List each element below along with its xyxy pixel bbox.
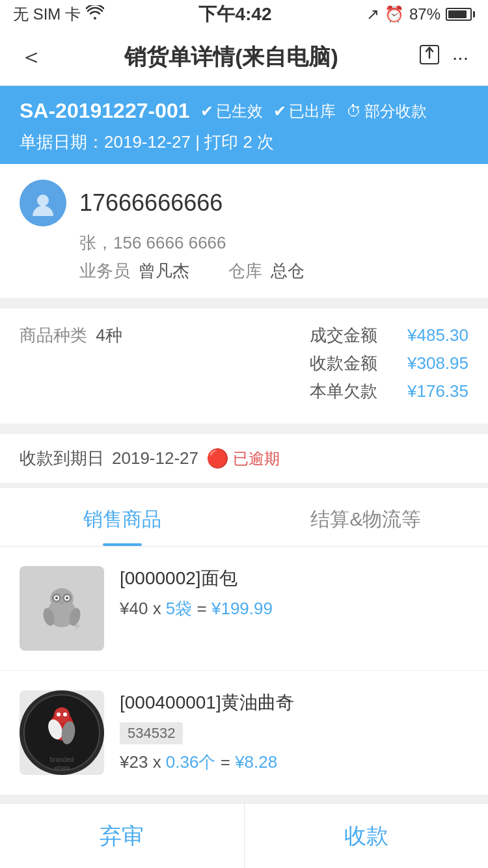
more-button[interactable]: ··· [452,46,468,68]
check-icon-2: ✔ [273,102,286,120]
check-icon-1: ✔ [200,102,213,120]
overdue-badge: 🔴 已逾期 [206,448,280,469]
customer-section: 17666666666 张，156 6666 6666 业务员 曾凡杰 仓库 总… [0,164,488,298]
product-tag-2: 534532 [120,722,183,744]
battery-indicator [446,8,475,21]
product-price-1: ¥40 x 5袋 = ¥199.99 [120,597,468,620]
order-date: 单据日期：2019-12-27 | 打印 2 次 [20,131,468,154]
debt-label: 本单欠款 [310,380,377,403]
sales-person: 业务员 曾凡杰 [79,260,189,282]
deal-amount-value: ¥485.30 [390,325,468,346]
order-header: SA-20191227-001 ✔ 已生效 ✔ 已出库 ⏱ 部分收款 单据日期：… [0,86,488,164]
clock-icon: ⏱ [346,102,362,120]
tabs-section: 销售商品 结算&物流等 [0,488,488,547]
overdue-icon: 🔴 [206,448,229,469]
status-badge-shipped: ✔ 已出库 [273,101,336,122]
nav-actions: ··· [420,45,468,69]
svg-text:branded: branded [50,756,74,763]
product-price-2: ¥23 x 0.36个 = ¥8.28 [120,751,468,774]
payment-label: 收款金额 [310,352,377,375]
product-name-2: [000400001]黄油曲奇 [120,690,468,715]
due-date-label: 收款到期日 [20,447,104,470]
product-list: + [0000002]面包 ¥40 x 5袋 = ¥199.99 [0,547,488,795]
wifi-icon [86,5,104,23]
svg-point-2 [37,195,49,206]
cancel-button[interactable]: 弃审 [0,804,245,868]
due-date-value: 2019-12-27 [112,448,198,468]
svg-point-22 [63,712,67,716]
customer-name: 张，156 6666 6666 [79,232,468,254]
debt-value: ¥176.35 [390,381,468,401]
status-badge-effective: ✔ 已生效 [200,101,263,122]
battery-label: 87% [409,5,441,23]
carrier-label: 无 SIM 卡 [13,4,81,25]
product-name-1: [0000002]面包 [120,566,468,591]
svg-text:whata: whata [53,765,70,771]
svg-point-9 [55,597,58,599]
status-bar: 无 SIM 卡 下午4:42 ↗ ⏰ 87% [0,0,488,29]
alarm-icon: ⏰ [385,5,404,23]
product-item-2: branded whata [000400001]黄油曲奇 534532 ¥23… [0,671,488,795]
product-thumb-1: + [20,566,104,651]
product-types: 商品种类 4种 [20,324,122,347]
deal-amount-label: 成交金额 [310,324,377,347]
svg-text:+: + [74,619,81,631]
svg-point-10 [66,597,68,599]
status-badge-partial: ⏱ 部分收款 [346,101,427,122]
product-info-2: [000400001]黄油曲奇 534532 ¥23 x 0.36个 = ¥8.… [120,690,468,774]
nav-bar: ＜ 销货单详情(来自电脑) ··· [0,29,488,86]
due-date-section: 收款到期日 2019-12-27 🔴 已逾期 [0,434,488,488]
back-button[interactable]: ＜ [20,41,43,73]
warehouse: 仓库 总仓 [228,260,305,282]
tab-sales-products[interactable]: 销售商品 [0,488,244,546]
bottom-bar: 弃审 收款 [0,803,488,868]
product-info-1: [0000002]面包 ¥40 x 5袋 = ¥199.99 [120,566,468,620]
avatar [20,180,66,226]
status-right: ↗ ⏰ 87% [366,5,475,23]
order-id: SA-20191227-001 [20,99,190,123]
payment-value: ¥308.95 [390,353,468,373]
financial-stats: 成交金额 ¥485.30 收款金额 ¥308.95 本单欠款 ¥176.35 [310,324,468,408]
status-time: 下午4:42 [198,2,271,27]
stats-section: 商品种类 4种 成交金额 ¥485.30 收款金额 ¥308.95 本单欠款 ¥… [0,308,488,424]
svg-point-21 [57,712,61,716]
customer-meta: 业务员 曾凡杰 仓库 总仓 [79,260,468,282]
page-title: 销货单详情(来自电脑) [124,42,338,72]
product-item-1: + [0000002]面包 ¥40 x 5袋 = ¥199.99 [0,547,488,671]
status-left: 无 SIM 卡 [13,4,104,25]
customer-phone: 17666666666 [79,189,223,217]
location-icon: ↗ [366,5,379,23]
product-thumb-2: branded whata [20,690,104,775]
share-button[interactable] [420,45,439,69]
tab-settlement[interactable]: 结算&物流等 [244,488,488,546]
confirm-button[interactable]: 收款 [245,804,489,868]
